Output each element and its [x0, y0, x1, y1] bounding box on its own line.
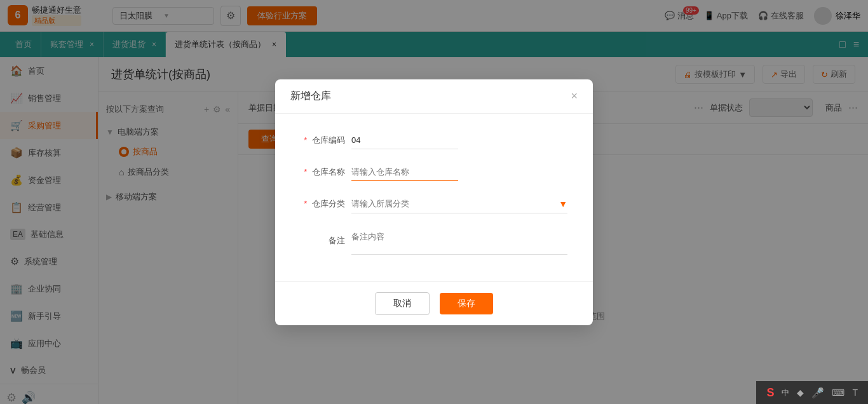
bottom-logo-icon: S [766, 386, 774, 400]
warehouse-name-row: * 仓库名称 [301, 163, 567, 181]
warehouse-name-label: * 仓库名称 [301, 166, 345, 178]
bottom-mic-icon[interactable]: 🎤 [811, 387, 824, 399]
bottom-font-icon[interactable]: T [852, 387, 858, 398]
bottom-text-icon: 中 [782, 387, 789, 398]
warehouse-category-wrapper: ▼ [351, 195, 567, 213]
bottom-diamond-icon[interactable]: ◆ [797, 387, 804, 398]
required-mark: * [304, 135, 307, 145]
required-mark-cat: * [304, 199, 307, 208]
modal-close-icon[interactable]: × [571, 90, 578, 103]
warehouse-category-label: * 仓库分类 [301, 198, 345, 210]
bottom-bar: S 中 ◆ 🎤 ⌨ T [756, 381, 868, 404]
warehouse-category-row: * 仓库分类 ▼ [301, 195, 567, 213]
warehouse-code-label: * 仓库编码 [301, 135, 345, 146]
modal-body: * 仓库编码 * 仓库名称 * [275, 114, 593, 281]
warehouse-remark-label: 备注 [301, 235, 345, 246]
required-mark-name: * [304, 167, 307, 177]
save-button[interactable]: 保存 [440, 293, 493, 314]
warehouse-code-input[interactable] [351, 131, 458, 149]
modal-overlay[interactable]: 新增仓库 × * 仓库编码 * 仓库名称 [0, 0, 868, 404]
cancel-button[interactable]: 取消 [375, 292, 430, 315]
warehouse-remark-input[interactable] [351, 227, 567, 255]
bottom-keyboard-icon[interactable]: ⌨ [832, 387, 844, 398]
modal-header: 新增仓库 × [275, 79, 593, 114]
warehouse-name-input[interactable] [351, 163, 458, 181]
modal-footer: 取消 保存 [275, 281, 593, 325]
category-dropdown-icon[interactable]: ▼ [559, 199, 567, 209]
warehouse-code-row: * 仓库编码 [301, 131, 567, 149]
warehouse-category-input[interactable] [351, 199, 559, 208]
warehouse-remark-row: 备注 [301, 227, 567, 255]
new-warehouse-modal: 新增仓库 × * 仓库编码 * 仓库名称 [275, 79, 593, 325]
modal-title: 新增仓库 [290, 90, 331, 103]
